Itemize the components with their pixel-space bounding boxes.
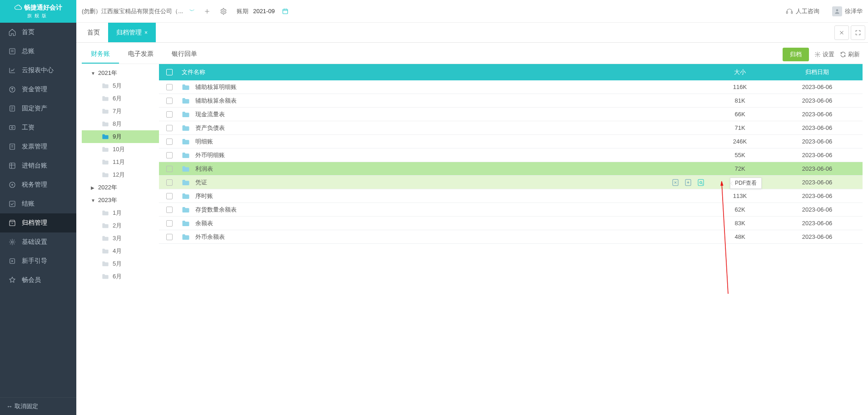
folder-icon [102,121,109,127]
tree-month[interactable]: 9月 [82,130,159,143]
subtab-einvoice[interactable]: 电子发票 [119,45,163,64]
sidebar-item-funds[interactable]: 资金管理 [0,80,76,99]
row-actions [671,178,705,187]
table-row[interactable]: 利润表 72K 2023-06-06 [159,162,863,176]
tooltip: PDF查看 [730,178,762,189]
tree-month[interactable]: 7月 [82,105,159,118]
tab-home[interactable]: 首页 [79,23,108,42]
row-checkbox[interactable] [166,84,173,90]
page-tabs: 首页 归档管理 × [76,23,868,43]
gear-icon[interactable] [218,5,229,17]
file-date: 2023-06-06 [772,193,863,199]
unpin-label: 取消固定 [15,402,38,410]
select-all-checkbox[interactable] [166,69,173,75]
consult-label: 人工咨询 [796,7,819,15]
sidebar-item-tax[interactable]: 税务管理 [0,175,76,194]
row-checkbox[interactable] [166,138,173,145]
sidebar-item-home[interactable]: 首页 [0,23,76,42]
tree-month[interactable]: 8月 [82,118,159,130]
row-checkbox[interactable] [166,193,173,199]
table-row[interactable]: 辅助核算明细账 116K 2023-06-06 [159,80,863,94]
sidebar-item-label: 归档管理 [22,219,47,227]
subtab-finance[interactable]: 财务账 [82,45,119,64]
row-checkbox[interactable] [166,207,173,213]
tree-month[interactable]: 12月 [82,168,159,181]
sidebar-item-label: 畅会员 [22,276,41,284]
tree-month[interactable]: 3月 [82,232,159,245]
tree-month[interactable]: 6月 [82,270,159,283]
settings-button[interactable]: 设置 [814,50,834,59]
sidebar-item-closing[interactable]: 结账 [0,194,76,213]
file-name: 利润表 [195,165,213,173]
table-row[interactable]: 现金流量表 66K 2023-06-06 [159,108,863,121]
row-checkbox[interactable] [166,152,173,158]
sidebar-item-member[interactable]: 畅会员 [0,271,76,290]
chevron-down-icon[interactable]: ﹀ [188,7,197,15]
view-pdf-icon[interactable] [696,178,705,187]
sidebar-item-label: 结账 [22,200,35,208]
tree-year[interactable]: ▼2021年 [82,67,159,79]
table-row[interactable]: 余额表 83K 2023-06-06 [159,217,863,230]
tree-month[interactable]: 6月 [82,92,159,105]
calendar-icon[interactable] [279,5,291,17]
archive-button[interactable]: 归档 [783,48,809,61]
table-row[interactable]: 外币余额表 48K 2023-06-06 [159,230,863,244]
row-checkbox[interactable] [166,234,173,240]
sidebar-item-salary[interactable]: 工资 [0,118,76,137]
tree-month[interactable]: 11月 [82,156,159,168]
company-selector[interactable]: (勿删）江西服宝精品有限责任公司（... [82,7,183,15]
sidebar-item-guide[interactable]: 新手引导 [0,252,76,271]
sidebar-item-invoice[interactable]: 发票管理 [0,137,76,156]
user-menu[interactable]: 徐泽华 [832,6,863,16]
sidebar-item-reports[interactable]: 云报表中心 [0,61,76,80]
tab-archive[interactable]: 归档管理 × [108,23,156,42]
row-checkbox[interactable] [166,111,173,118]
unpin-button[interactable]: ↔ 取消固定 [0,397,76,415]
period-value[interactable]: 2021-09 [253,8,275,15]
sidebar-item-assets[interactable]: 固定资产 [0,99,76,118]
row-checkbox[interactable] [166,166,173,172]
fullscreen-icon[interactable] [851,25,865,40]
add-icon[interactable] [201,5,213,17]
tree-month[interactable]: 10月 [82,143,159,156]
sidebar-item-psi[interactable]: 进销台账 [0,156,76,175]
table-row[interactable]: 资产负债表 71K 2023-06-06 [159,121,863,135]
close-all-icon[interactable] [834,25,849,40]
tree-year[interactable]: ▶2022年 [82,181,159,194]
table-row[interactable]: 辅助核算余额表 81K 2023-06-06 [159,94,863,108]
row-checkbox[interactable] [166,125,173,131]
file-name: 外币明细账 [195,151,225,159]
file-size: 81K [708,97,772,104]
tree-month[interactable]: 5月 [82,257,159,270]
table-row[interactable]: 凭证 53K 2023-06-06 PDF查看 [159,176,863,189]
funds-icon [8,85,16,94]
tree-year[interactable]: ▼2023年 [82,194,159,207]
file-size: 113K [708,193,772,199]
download-xls-icon[interactable] [671,178,680,187]
sidebar-item-ledger[interactable]: 总账 [0,42,76,61]
tree-month[interactable]: 2月 [82,219,159,232]
file-icon [182,138,190,145]
table-row[interactable]: 序时账 113K 2023-06-06 [159,189,863,203]
svg-point-17 [817,54,818,55]
table-row[interactable]: 存货数量余额表 62K 2023-06-06 [159,203,863,217]
row-checkbox[interactable] [166,179,173,186]
table-header: 文件名称 大小 归档日期 [159,64,863,80]
sidebar-item-archive[interactable]: 归档管理 [0,213,76,232]
close-icon[interactable]: × [144,30,148,36]
tree-month[interactable]: 5月 [82,79,159,92]
sidebar-item-settings[interactable]: 基础设置 [0,232,76,252]
tree-month[interactable]: 4月 [82,245,159,257]
tree-month[interactable]: 1月 [82,207,159,219]
refresh-button[interactable]: 刷新 [840,50,860,59]
settings-icon [8,238,16,246]
username: 徐泽华 [845,7,863,15]
table-row[interactable]: 明细账 246K 2023-06-06 [159,135,863,148]
table-row[interactable]: 外币明细账 55K 2023-06-06 [159,148,863,162]
subtab-bankslip[interactable]: 银行回单 [163,45,206,64]
download-pdf-icon[interactable] [684,178,693,187]
svg-point-12 [223,10,224,12]
row-checkbox[interactable] [166,220,173,227]
consult-button[interactable]: 人工咨询 [786,7,819,15]
row-checkbox[interactable] [166,98,173,104]
